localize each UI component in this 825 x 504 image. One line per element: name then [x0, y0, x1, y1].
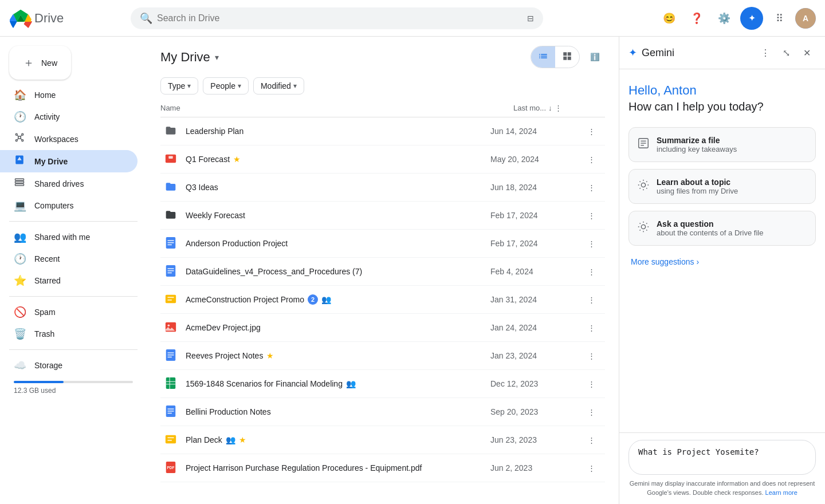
file-more-button[interactable]: ⋮: [582, 122, 600, 140]
filter-modified[interactable]: Modified ▾: [253, 77, 304, 94]
gemini-close-button[interactable]: ✕: [798, 44, 816, 62]
file-name: Plan Deck: [186, 435, 222, 444]
file-date: Dec 12, 2023: [490, 379, 582, 388]
file-name-area: AcmeDev Project.jpg: [186, 323, 490, 332]
shared-icon: 👥: [321, 295, 331, 304]
file-more-button[interactable]: ⋮: [582, 290, 600, 309]
recent-icon: 🕐: [14, 253, 25, 265]
gemini-input[interactable]: [638, 447, 806, 466]
settings-button[interactable]: ⚙️: [713, 7, 736, 30]
file-row[interactable]: Reeves Project Notes ★ Jan 23, 2024 ⋮: [160, 342, 605, 370]
storage-icon: ☁️: [14, 359, 25, 372]
file-more: ⋮: [582, 150, 605, 168]
file-row[interactable]: Q3 Ideas Jun 18, 2024 ⋮: [160, 174, 605, 202]
new-button[interactable]: ＋ New: [9, 46, 71, 80]
file-row[interactable]: PDF Project Harrison Purchase Regulation…: [160, 454, 605, 482]
filter-people[interactable]: People ▾: [203, 77, 249, 94]
file-more-button[interactable]: ⋮: [582, 262, 600, 281]
title-dropdown-icon[interactable]: ▾: [215, 53, 219, 62]
file-more-button[interactable]: ⋮: [582, 459, 600, 477]
sidebar-item-shared-drives[interactable]: Shared drives: [0, 172, 138, 195]
sidebar-item-computers[interactable]: 💻 Computers: [0, 195, 138, 216]
file-more-button[interactable]: ⋮: [582, 206, 600, 225]
content-area: My Drive ▾: [147, 37, 619, 504]
file-row[interactable]: Plan Deck 👥★ Jun 23, 2023 ⋮: [160, 426, 605, 454]
logo-area: Drive: [9, 9, 124, 28]
file-more: ⋮: [582, 290, 605, 309]
support-button[interactable]: 😊: [658, 7, 681, 30]
file-row[interactable]: Weekly Forecast Feb 17, 2024 ⋮: [160, 202, 605, 230]
home-icon: 🏠: [14, 89, 25, 101]
search-bar[interactable]: 🔍 ⊟: [131, 7, 543, 29]
sidebar-item-starred[interactable]: ⭐ Starred: [0, 270, 138, 292]
svg-rect-28: [168, 352, 174, 353]
search-input[interactable]: [157, 13, 522, 23]
sug-title-ask: Ask a question: [657, 219, 763, 229]
more-suggestions-label: More suggestions: [631, 257, 694, 266]
file-row[interactable]: Q1 Forecast ★ May 20, 2024 ⋮: [160, 145, 605, 174]
file-more-button[interactable]: ⋮: [582, 346, 600, 365]
sidebar-item-trash[interactable]: 🗑️ Trash: [0, 323, 138, 345]
sort-icon[interactable]: ↓: [548, 104, 552, 112]
filter-type-arrow: ▾: [187, 82, 191, 90]
file-name: DataGuidelines_v4_Process_and_Procedures…: [186, 267, 362, 276]
file-row[interactable]: Leadership Plan Jun 14, 2024 ⋮: [160, 117, 605, 145]
col-name-label: Name: [160, 104, 180, 112]
file-row[interactable]: AcmeConstruction Project Promo 2👥 Jan 31…: [160, 286, 605, 314]
file-icon: [160, 349, 181, 363]
file-icon: [160, 265, 181, 279]
grid-view-button[interactable]: [555, 46, 579, 68]
file-more-button[interactable]: ⋮: [582, 375, 600, 393]
gemini-suggestion-ask[interactable]: Ask a question about the contents of a D…: [628, 211, 816, 246]
sidebar-item-recent[interactable]: 🕐 Recent: [0, 248, 138, 270]
file-more-button[interactable]: ⋮: [582, 178, 600, 196]
file-name-area: Q3 Ideas: [186, 183, 490, 192]
shared-icon: 👥: [226, 435, 235, 444]
sidebar-item-my-drive[interactable]: My Drive: [0, 150, 138, 172]
gemini-expand-button[interactable]: ⤡: [777, 44, 795, 62]
gemini-greeting: Hello, Anton: [628, 83, 816, 98]
sidebar-item-label: Computers: [34, 201, 73, 210]
svg-rect-20: [168, 270, 174, 271]
help-icon: ❓: [690, 12, 703, 25]
col-more-btn[interactable]: ⋮: [555, 104, 562, 112]
gemini-button[interactable]: ✦: [740, 7, 763, 30]
top-bar: Drive 🔍 ⊟ 😊 ❓ ⚙️ ✦ ⠿ A: [0, 0, 825, 37]
file-more-button[interactable]: ⋮: [582, 431, 600, 449]
file-row[interactable]: 1569-1848 Scenarios for Financial Modeli…: [160, 370, 605, 398]
sidebar-item-shared-with-me[interactable]: 👥 Shared with me: [0, 226, 138, 248]
file-more-button[interactable]: ⋮: [582, 318, 600, 337]
more-suggestions[interactable]: More suggestions ›: [628, 253, 816, 271]
sidebar-item-home[interactable]: 🏠 Home: [0, 84, 138, 106]
help-button[interactable]: ❓: [685, 7, 708, 30]
file-row[interactable]: AcmeDev Project.jpg Jan 24, 2024 ⋮: [160, 314, 605, 342]
file-more-button[interactable]: ⋮: [582, 150, 600, 168]
gemini-more-button[interactable]: ⋮: [756, 44, 775, 62]
gemini-suggestion-summarize[interactable]: Summarize a file including key takeaways: [628, 127, 816, 162]
file-name: Q1 Forecast: [186, 155, 230, 164]
file-row[interactable]: DataGuidelines_v4_Process_and_Procedures…: [160, 258, 605, 286]
file-more-button[interactable]: ⋮: [582, 403, 600, 421]
drive-title-text: My Drive: [160, 50, 210, 65]
avatar[interactable]: A: [795, 8, 816, 29]
sidebar-item-workspaces[interactable]: Workspaces: [0, 128, 138, 150]
sidebar-item-activity[interactable]: 🕐 Activity: [0, 106, 138, 128]
file-more-button[interactable]: ⋮: [582, 234, 600, 253]
sidebar-item-storage[interactable]: ☁️ Storage: [0, 355, 138, 376]
gemini-disclaimer-link[interactable]: Learn more: [765, 489, 798, 496]
gemini-suggestion-learn[interactable]: Learn about a topic using files from my …: [628, 169, 816, 204]
col-date[interactable]: Last mo... ↓ ⋮: [513, 104, 605, 112]
svg-rect-23: [168, 297, 174, 298]
sidebar-item-spam[interactable]: 🚫 Spam: [0, 301, 138, 323]
apps-button[interactable]: ⠿: [768, 7, 791, 30]
file-row[interactable]: Bellini Production Notes Sep 20, 2023 ⋮: [160, 398, 605, 426]
list-view-button[interactable]: [531, 46, 555, 68]
info-button[interactable]: ℹ️: [584, 47, 605, 68]
file-row[interactable]: Anderson Production Project Feb 17, 2024…: [160, 230, 605, 258]
star-icon: ★: [266, 351, 274, 360]
svg-rect-38: [168, 412, 172, 413]
svg-rect-41: [168, 439, 172, 440]
search-tune-icon[interactable]: ⊟: [527, 14, 534, 23]
gemini-input-area[interactable]: [628, 440, 816, 475]
filter-type[interactable]: Type ▾: [160, 77, 198, 94]
